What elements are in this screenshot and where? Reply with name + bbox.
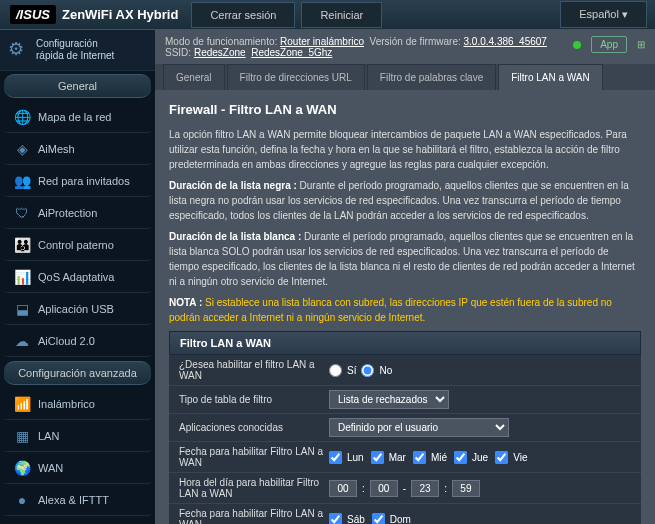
logout-button[interactable]: Cerrar sesión	[191, 2, 295, 28]
tab-filtro-de-direcciones-url[interactable]: Filtro de direcciones URL	[227, 64, 365, 90]
nav-icon: 👥	[12, 173, 32, 189]
day-Sáb-checkbox[interactable]	[329, 513, 342, 525]
day-Jue-checkbox[interactable]	[454, 451, 467, 464]
day-Lun-checkbox[interactable]	[329, 451, 342, 464]
date-enable-label-2: Fecha para habilitar Filtro LAN a WAN	[179, 508, 329, 524]
day-Vie-checkbox[interactable]	[495, 451, 508, 464]
table-type-label: Tipo de tabla de filtro	[179, 394, 329, 405]
sidebar: ⚙ Configuraciónrápida de Internet Genera…	[0, 30, 155, 524]
tab-filtro-de-palabras-clave[interactable]: Filtro de palabras clave	[367, 64, 496, 90]
nav-qos-adaptativa[interactable]: 📊QoS Adaptativa	[4, 262, 151, 293]
time-enable-label: Hora del día para habilitar Filtro LAN a…	[179, 477, 329, 499]
content-panel: Modo de funcionamiento: Router inalámbri…	[155, 30, 655, 524]
nav-icon: 📶	[12, 396, 32, 412]
ssid2-link[interactable]: RedesZone_5Ghz	[251, 47, 332, 58]
nav-ipv6[interactable]: ⬢IPv6	[4, 517, 151, 524]
nav-icon: ▦	[12, 428, 32, 444]
nav-control-paterno[interactable]: 👪Control paterno	[4, 230, 151, 261]
nav-mapa-de-la-red[interactable]: 🌐Mapa de la red	[4, 102, 151, 133]
nav-icon: 📊	[12, 269, 32, 285]
time-input[interactable]	[452, 480, 480, 497]
intro-text: La opción filtro LAN a WAN permite bloqu…	[169, 127, 641, 172]
nav-aiprotection[interactable]: 🛡AiProtection	[4, 198, 151, 229]
brand-logo: /ISUS	[10, 5, 56, 24]
nav-icon: 👪	[12, 237, 32, 253]
note-text: NOTA : Si establece una lista blanca con…	[169, 295, 641, 325]
logo: /ISUS ZenWiFi AX Hybrid	[0, 5, 188, 24]
day-Dom-checkbox[interactable]	[372, 513, 385, 525]
nav-icon: 🌍	[12, 460, 32, 476]
filter-section-header: Filtro LAN a WAN	[169, 331, 641, 355]
time-input[interactable]	[329, 480, 357, 497]
tab-filtro-lan-a-wan[interactable]: Filtro LAN a WAN	[498, 64, 603, 90]
blacklist-text: Duración de la lista negra : Durante el …	[169, 178, 641, 223]
page-title: Firewall - Filtro LAN a WAN	[169, 102, 641, 117]
app-badge[interactable]: App	[591, 36, 627, 53]
nav-lan[interactable]: ▦LAN	[4, 421, 151, 452]
status-indicator	[573, 41, 581, 49]
nav-icon: ☁	[12, 333, 32, 349]
known-apps-select[interactable]: Definido por el usuario	[329, 418, 509, 437]
nav-icon: 🛡	[12, 205, 32, 221]
nav-wan[interactable]: 🌍WAN	[4, 453, 151, 484]
nav-aimesh[interactable]: ◈AiMesh	[4, 134, 151, 165]
nav-icon: 🌐	[12, 109, 32, 125]
time-input[interactable]	[411, 480, 439, 497]
known-apps-label: Aplicaciones conocidas	[179, 422, 329, 433]
nav-alexa-ifttt[interactable]: ●Alexa & IFTTT	[4, 485, 151, 516]
model-name: ZenWiFi AX Hybrid	[62, 7, 178, 22]
mode-link[interactable]: Router inalámbrico	[280, 36, 364, 47]
nav-red-para-invitados[interactable]: 👥Red para invitados	[4, 166, 151, 197]
quick-internet-setup[interactable]: ⚙ Configuraciónrápida de Internet	[0, 30, 155, 71]
nav-icon: ⬓	[12, 301, 32, 317]
enable-yes-radio[interactable]	[329, 364, 342, 377]
tab-general[interactable]: General	[163, 64, 225, 90]
table-type-select[interactable]: Lista de rechazados	[329, 390, 449, 409]
language-dropdown[interactable]: Español	[560, 1, 647, 28]
ssid1-link[interactable]: RedesZone	[194, 47, 246, 58]
tab-bar: GeneralFiltro de direcciones URLFiltro d…	[155, 64, 655, 90]
grid-icon[interactable]: ⊞	[637, 39, 645, 50]
nav-inal-mbrico[interactable]: 📶Inalámbrico	[4, 389, 151, 420]
reboot-button[interactable]: Reiniciar	[301, 2, 382, 28]
nav-icon: ◈	[12, 141, 32, 157]
day-Mar-checkbox[interactable]	[371, 451, 384, 464]
date-enable-label: Fecha para habilitar Filtro LAN a WAN	[179, 446, 329, 468]
day-Mié-checkbox[interactable]	[413, 451, 426, 464]
gear-icon: ⚙	[8, 39, 30, 61]
enable-no-radio[interactable]	[361, 364, 374, 377]
nav-icon: ●	[12, 492, 32, 508]
nav-aplicaci-n-usb[interactable]: ⬓Aplicación USB	[4, 294, 151, 325]
info-bar: Modo de funcionamiento: Router inalámbri…	[155, 30, 655, 64]
section-general-header: General	[4, 74, 151, 98]
whitelist-text: Duración de la lista blanca : Durante el…	[169, 229, 641, 289]
nav-aicloud-2-0[interactable]: ☁AiCloud 2.0	[4, 326, 151, 357]
section-advanced-header: Configuración avanzada	[4, 361, 151, 385]
firmware-link[interactable]: 3.0.0.4.386_45607	[464, 36, 547, 47]
time-input[interactable]	[370, 480, 398, 497]
enable-filter-label: ¿Desea habilitar el filtro LAN a WAN	[179, 359, 329, 381]
top-bar: /ISUS ZenWiFi AX Hybrid Cerrar sesión Re…	[0, 0, 655, 30]
